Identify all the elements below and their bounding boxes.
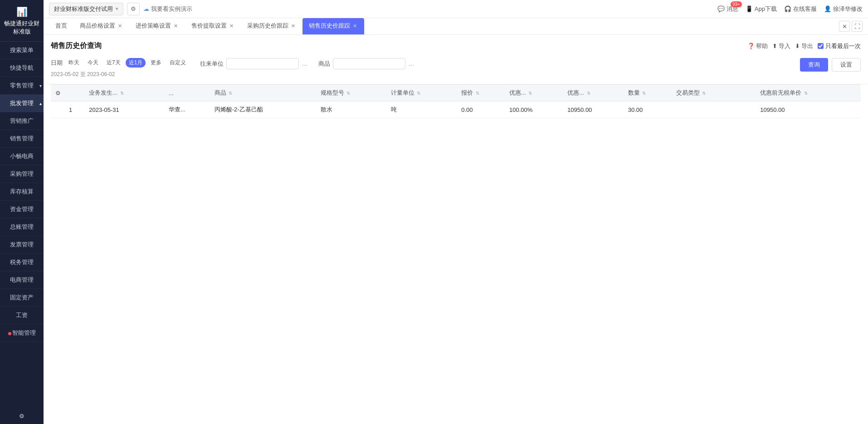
- sort-icon-pre-tax-price: ⇅: [804, 91, 808, 96]
- app-download-button[interactable]: 📱 App下载: [746, 5, 777, 13]
- sort-icon-unit: ⇅: [417, 91, 420, 96]
- sidebar-item-capital[interactable]: 资金管理: [0, 201, 44, 218]
- tab-purchase-strategy[interactable]: 进价策略设置 ✕: [129, 18, 185, 34]
- source-unit-more-icon[interactable]: …: [302, 60, 307, 67]
- chevron-up-icon: ▴: [39, 101, 42, 106]
- row-price: 0.00: [458, 101, 506, 118]
- date-option-yesterday[interactable]: 昨天: [65, 58, 83, 67]
- sidebar-item-payroll[interactable]: 工资: [0, 307, 44, 324]
- row-discount1: 100.00%: [506, 101, 564, 118]
- tab-price-settings[interactable]: 商品价格设置 ✕: [73, 18, 129, 34]
- tab-close-purchase-history[interactable]: ✕: [290, 23, 296, 29]
- help-link[interactable]: ❓ 帮助: [747, 42, 768, 50]
- demo-link[interactable]: ☁ 我要看实例演示: [143, 5, 192, 13]
- tab-close-price-extract[interactable]: ✕: [229, 23, 234, 29]
- import-link[interactable]: ⬆ 导入: [772, 42, 790, 50]
- row-biz-date: 2023-05-31: [85, 101, 165, 118]
- tab-close-price-settings[interactable]: ✕: [117, 23, 123, 29]
- page-actions: ❓ 帮助 ⬆ 导入 ⬇ 导出 只看最后一次: [747, 42, 861, 50]
- sidebar-item-marketing[interactable]: 营销推广: [0, 112, 44, 130]
- help-icon: ❓: [747, 43, 755, 49]
- date-option-today[interactable]: 今天: [84, 58, 102, 67]
- export-icon: ⬇: [795, 43, 800, 49]
- col-header-product[interactable]: 商品 ⇅: [211, 85, 317, 101]
- tab-sales-history[interactable]: 销售历史价跟踪 ✕: [302, 18, 364, 34]
- page-content: 销售历史价查询 ❓ 帮助 ⬆ 导入 ⬇ 导出 只看最后一次: [44, 35, 868, 424]
- user-avatar-icon: 👤: [824, 5, 831, 12]
- sidebar-item-quick-nav[interactable]: 快捷导航: [0, 59, 44, 77]
- col-header-index: [65, 85, 85, 101]
- col-header-pre-tax-price[interactable]: 优惠前无税单价 ⇅: [756, 85, 861, 101]
- row-spacer: [743, 101, 756, 118]
- sidebar-item-purchase-mgmt[interactable]: 采购管理: [0, 165, 44, 183]
- tab-close-button[interactable]: ✕: [839, 21, 850, 32]
- export-link[interactable]: ⬇ 导出: [795, 42, 813, 50]
- query-button[interactable]: 查询: [800, 58, 828, 72]
- logo-text-line1: 畅捷通好业财: [4, 20, 39, 27]
- col-header-unit[interactable]: 计量单位 ⇅: [387, 85, 458, 101]
- sidebar-item-ledger[interactable]: 总账管理: [0, 218, 44, 236]
- tab-purchase-history[interactable]: 采购历史价跟踪 ✕: [241, 18, 302, 34]
- tab-expand-button[interactable]: ⛶: [852, 21, 863, 32]
- col-header-spec[interactable]: 规格型号 ⇅: [317, 85, 387, 101]
- sidebar-item-ecommerce[interactable]: 电商管理: [0, 271, 44, 289]
- sidebar: 📊 畅捷通好业财 标准版 搜索菜单 快捷导航 零售管理 ▾ 批发管理 ▴ 营销推…: [0, 0, 44, 424]
- col-header-more[interactable]: ...: [165, 85, 211, 101]
- date-option-last1month[interactable]: 近1月: [126, 58, 146, 67]
- notification-badge: 99+: [731, 1, 742, 7]
- tab-close-sales-history[interactable]: ✕: [352, 23, 358, 29]
- sidebar-item-search-menu[interactable]: 搜索菜单: [0, 42, 44, 59]
- sidebar-item-fixed-assets[interactable]: 固定资产: [0, 289, 44, 307]
- row-pre-tax-price: 10950.00: [756, 101, 861, 118]
- notification-button[interactable]: 💬 消息 99+: [717, 5, 738, 13]
- last-only-checkbox[interactable]: [818, 43, 824, 49]
- sort-icon-discount1: ⇅: [528, 91, 532, 96]
- settings-icon: ⚙: [131, 5, 136, 12]
- date-option-last7[interactable]: 近7天: [103, 58, 124, 67]
- sidebar-item-tax[interactable]: 税务管理: [0, 254, 44, 271]
- col-header-discount1[interactable]: 优惠... ⇅: [506, 85, 564, 101]
- table-header-row: ⚙ 业务发生... ⇅ ... 商品 ⇅: [51, 85, 861, 101]
- customer-service-button[interactable]: 🎧 在线客服: [784, 5, 817, 13]
- product-more-icon[interactable]: …: [408, 60, 414, 67]
- row-spec: 散水: [317, 101, 387, 118]
- sidebar-item-wholesale-mgmt[interactable]: 批发管理 ▴: [0, 95, 44, 112]
- tab-price-extract[interactable]: 售价提取设置 ✕: [185, 18, 241, 34]
- tab-close-purchase-strategy[interactable]: ✕: [173, 23, 179, 29]
- col-header-qty[interactable]: 数量 ⇅: [624, 85, 673, 101]
- topbar-settings-button[interactable]: ⚙: [127, 3, 140, 15]
- last-only-checkbox-wrap[interactable]: 只看最后一次: [818, 42, 861, 50]
- sidebar-item-retail-mgmt[interactable]: 零售管理 ▾: [0, 77, 44, 95]
- date-options: 昨天 今天 近7天 近1月 更多 自定义: [65, 58, 189, 67]
- col-header-discount2[interactable]: 优惠... ⇅: [564, 85, 624, 101]
- row-settings: [51, 101, 65, 118]
- col-header-tx-type[interactable]: 交易类型 ⇅: [673, 85, 743, 101]
- date-option-custom[interactable]: 自定义: [166, 58, 189, 67]
- sidebar-item-inventory[interactable]: 库存核算: [0, 183, 44, 201]
- date-option-more[interactable]: 更多: [147, 58, 165, 67]
- sort-icon-discount2: ⇅: [587, 91, 590, 96]
- product-filter-group: 商品 …: [318, 58, 414, 69]
- tab-home[interactable]: 首页: [49, 18, 73, 34]
- sidebar-bottom-settings[interactable]: ⚙: [0, 408, 44, 424]
- table-wrap: ⚙ 业务发生... ⇅ ... 商品 ⇅: [44, 84, 868, 118]
- product-input[interactable]: [333, 58, 405, 69]
- user-button[interactable]: 👤 徐泽华修改: [824, 5, 863, 13]
- col-header-settings[interactable]: ⚙: [51, 85, 65, 101]
- logo-text-line2: 标准版: [13, 28, 31, 35]
- col-header-price[interactable]: 报价 ⇅: [458, 85, 506, 101]
- sidebar-item-smart-mgmt[interactable]: 智能管理: [0, 324, 44, 342]
- sidebar-item-ecommerce-small[interactable]: 小畅电商: [0, 148, 44, 165]
- sort-icon-product: ⇅: [229, 91, 232, 96]
- col-header-biz-date[interactable]: 业务发生... ⇅: [85, 85, 165, 101]
- version-selector[interactable]: 好业财标准版交付试用 ▾: [49, 3, 123, 15]
- sort-icon-qty: ⇅: [642, 91, 646, 96]
- sidebar-item-invoice[interactable]: 发票管理: [0, 236, 44, 254]
- row-qty: 30.00: [624, 101, 673, 118]
- filter-bar: 日期 昨天 今天 近7天 近1月 更多 自定义 2023-05-02 至 202…: [44, 54, 868, 84]
- settings-button[interactable]: 设置: [832, 58, 861, 72]
- sidebar-item-sales-mgmt[interactable]: 销售管理: [0, 130, 44, 148]
- product-filter-label: 商品: [318, 60, 330, 68]
- source-unit-input[interactable]: [226, 58, 299, 69]
- close-icon: ✕: [842, 23, 847, 30]
